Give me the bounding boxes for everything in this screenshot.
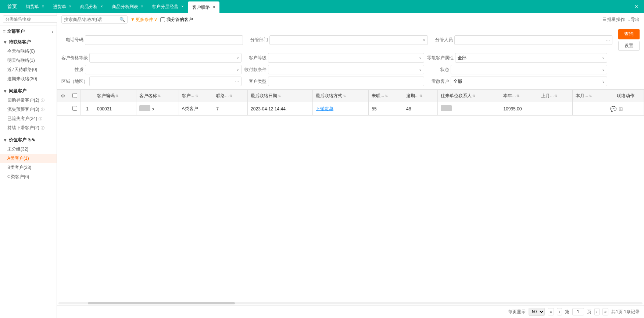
page-size-select[interactable]: 50: [529, 308, 545, 316]
nav-customer-layer[interactable]: 客户分层经营 ×: [147, 0, 188, 13]
filter-search-icon[interactable]: 🔍: [119, 17, 125, 22]
sidebar-item-ungroup[interactable]: 未分组(32): [0, 145, 57, 154]
customer-type-text[interactable]: [271, 79, 422, 84]
nav-sales[interactable]: 销货单 ×: [21, 0, 49, 13]
nav-customer-contact[interactable]: 客户联络 ×: [188, 1, 219, 13]
sidebar-collapse-icon[interactable]: ‹: [52, 29, 54, 35]
col-last-month[interactable]: 上月... ⇅: [538, 90, 573, 102]
sidebar-item-overdue-contact[interactable]: 逾期未联络(30): [0, 74, 57, 84]
payment-select[interactable]: ∨: [268, 65, 425, 74]
refresh-icon[interactable]: ↻: [28, 138, 32, 143]
sort-icon[interactable]: ⇅: [343, 94, 346, 98]
nav-goods-analysis-close[interactable]: ×: [101, 0, 103, 13]
dept-select[interactable]: ∨: [269, 35, 427, 45]
col-no-contact[interactable]: 未联... ⇅: [369, 90, 403, 102]
export-button[interactable]: ↓ 导出: [628, 17, 640, 23]
sort-icon[interactable]: ⇅: [472, 94, 475, 98]
sidebar-item-week-contact[interactable]: 近7天待联络(0): [0, 65, 57, 74]
nav-goods-analysis-list-close[interactable]: ×: [141, 0, 143, 13]
nav-goods-analysis-list[interactable]: 商品分析列表 ×: [107, 0, 148, 13]
app-close-button[interactable]: ×: [632, 3, 641, 10]
query-button[interactable]: 查询: [618, 29, 640, 39]
sort-icon[interactable]: ⇅: [158, 94, 161, 98]
last-method-link[interactable]: 下销货单: [316, 106, 333, 111]
status-select[interactable]: ∨: [451, 65, 607, 74]
phone-text-input[interactable]: [87, 38, 240, 43]
nav-purchase-close[interactable]: ×: [69, 0, 71, 13]
qr-action-icon[interactable]: ⊞: [619, 106, 623, 112]
customer-type-input[interactable]: [268, 77, 425, 86]
my-customers-checkbox[interactable]: 我分管的客户: [160, 17, 193, 23]
row-checkbox[interactable]: [72, 106, 77, 111]
col-num: [81, 90, 94, 102]
col-last-date[interactable]: 最后联络日期 ⇅: [248, 90, 313, 102]
pending-contact-title[interactable]: ▼ 待联络客户: [0, 38, 57, 47]
last-page-button[interactable]: »: [602, 308, 609, 315]
nav-sales-close[interactable]: ×: [42, 0, 44, 13]
sort-icon[interactable]: ⇅: [195, 94, 198, 98]
sort-icon[interactable]: ⇅: [419, 94, 422, 98]
filter-search-area: 🔍: [61, 15, 128, 24]
phone-input[interactable]: [85, 35, 243, 45]
customer-grade-select[interactable]: ∨: [268, 53, 425, 63]
manager-select[interactable]: ···: [454, 35, 612, 45]
my-customers-check[interactable]: [160, 17, 165, 22]
chat-action-icon[interactable]: 💬: [610, 106, 616, 112]
retail-customer-select[interactable]: 全部 ∨: [451, 77, 607, 86]
sidebar-search-input[interactable]: [3, 15, 59, 23]
sort-icon[interactable]: ⇅: [516, 94, 519, 98]
col-type[interactable]: 客户... ⇅: [179, 90, 213, 102]
sidebar-item-churned[interactable]: 已流失客户(24) ⓘ: [0, 114, 57, 123]
region-select[interactable]: ···: [89, 77, 242, 86]
sort-icon[interactable]: ⇅: [115, 94, 118, 98]
sidebar-all-customers[interactable]: ⠿ 全部客户 ‹: [0, 25, 57, 36]
nav-customer-contact-close[interactable]: ×: [213, 1, 215, 13]
sidebar-item-type-a[interactable]: A类客户(1): [0, 154, 57, 163]
settings-button[interactable]: 设置: [618, 41, 640, 51]
sidebar-item-today-contact[interactable]: 今天待联络(0): [0, 47, 57, 56]
col-this-year[interactable]: 本年... ⇅: [500, 90, 538, 102]
scrollbar-thumb[interactable]: [88, 302, 235, 304]
sidebar-item-repurchase-abnormal[interactable]: 回购异常客户(2) ⓘ: [0, 96, 57, 105]
price-grade-select[interactable]: ∨: [89, 53, 242, 63]
select-all-checkbox[interactable]: [72, 93, 77, 98]
next-page-button[interactable]: ›: [594, 308, 600, 315]
filter-row-4: 区域（地区） ··· 客户类型 零散客户 全部 ∨: [61, 77, 640, 86]
sort-icon[interactable]: ⇅: [385, 94, 388, 98]
prev-page-button[interactable]: ‹: [557, 308, 562, 315]
sort-icon[interactable]: ⇅: [554, 94, 557, 98]
col-unit-contact[interactable]: 往来单位联系人 ⇅: [437, 90, 500, 102]
nav-customer-layer-close[interactable]: ×: [181, 0, 183, 13]
nature-select[interactable]: ∨: [85, 65, 242, 74]
col-last-method[interactable]: 最后联络方式 ⇅: [313, 90, 369, 102]
retail-attr-select[interactable]: 全部 ∨: [455, 53, 607, 63]
nav-purchase[interactable]: 进货单 ×: [49, 0, 76, 13]
problem-customers-title[interactable]: ▼ 问题客户: [0, 86, 57, 96]
arrow-icon: ▼: [3, 138, 7, 143]
col-name[interactable]: 客户名称 ⇅: [136, 90, 179, 102]
sidebar-item-type-c[interactable]: C类客户(6): [0, 172, 57, 181]
sidebar-item-declining[interactable]: 持续下滑客户(2) ⓘ: [0, 123, 57, 132]
nav-goods-analysis[interactable]: 商品分析 ×: [76, 0, 107, 13]
col-this-month[interactable]: 本月... ⇅: [573, 90, 607, 102]
info-icon: ⓘ: [39, 116, 42, 121]
sort-icon[interactable]: ⇅: [278, 94, 281, 98]
sidebar-item-tomorrow-contact[interactable]: 明天待联络(1): [0, 56, 57, 65]
sort-icon[interactable]: ⇅: [589, 94, 592, 98]
first-page-button[interactable]: «: [548, 308, 554, 315]
sidebar-item-type-b[interactable]: B类客户(33): [0, 163, 57, 172]
edit-icon[interactable]: ✎: [32, 138, 35, 143]
col-contact[interactable]: 联络... ⇅: [213, 90, 248, 102]
sidebar-item-churn-warning[interactable]: 流失预警客户(3) ⓘ: [0, 105, 57, 114]
page-number-input[interactable]: [572, 308, 584, 315]
nav-home[interactable]: 首页: [3, 0, 21, 13]
more-filters-button[interactable]: ▼ 更多条件 ∨: [130, 17, 157, 23]
value-customers-title[interactable]: ▼ 价值客户 ↻ ✎: [0, 135, 57, 145]
filter-search-input[interactable]: [64, 17, 119, 22]
batch-operation-button[interactable]: ☰ 批量操作: [602, 17, 625, 23]
sort-icon[interactable]: ⇅: [229, 94, 232, 98]
col-code[interactable]: 客户编码 ⇅: [94, 90, 136, 102]
col-overdue[interactable]: 逾期... ⇅: [403, 90, 437, 102]
col-settings[interactable]: ⚙: [57, 90, 69, 102]
status-label: 状态: [427, 67, 449, 73]
